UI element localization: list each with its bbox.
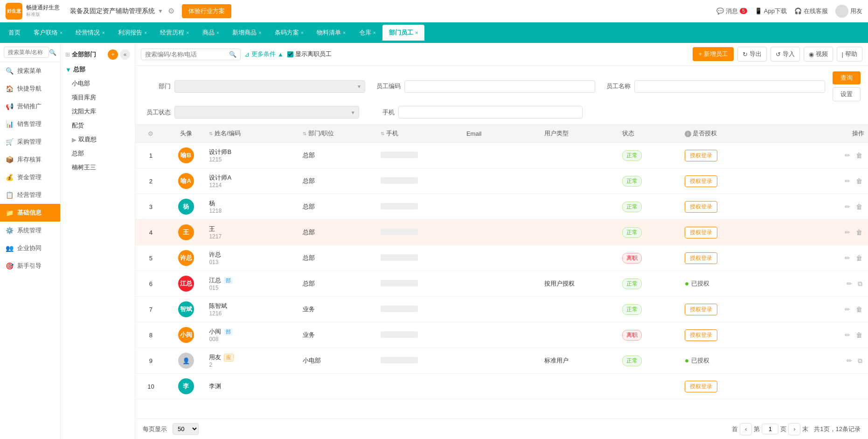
query-button[interactable]: 查询 xyxy=(833,71,861,84)
tab-bom[interactable]: 物料清单 × xyxy=(310,25,352,41)
user-btn[interactable]: 用友 xyxy=(835,5,862,18)
emp-status-select[interactable] xyxy=(174,106,359,118)
tab-home[interactable]: 首页 xyxy=(2,25,27,41)
page-number-input[interactable] xyxy=(762,424,778,434)
copy-icon[interactable]: ⧉ xyxy=(856,356,864,365)
close-icon[interactable]: × xyxy=(102,30,104,35)
phone-input[interactable] xyxy=(398,106,583,118)
close-icon[interactable]: × xyxy=(301,30,304,35)
close-icon[interactable]: × xyxy=(60,30,62,35)
add-employee-button[interactable]: + 新增员工 xyxy=(693,47,733,61)
col-settings[interactable]: ⚙ xyxy=(135,125,167,143)
col-name-header[interactable]: ⇅ 姓名/编码 xyxy=(205,125,299,143)
close-icon[interactable]: × xyxy=(258,30,261,35)
close-icon[interactable]: × xyxy=(343,30,346,35)
next-page-button[interactable]: › xyxy=(788,423,800,435)
collapse-tree-button[interactable]: « xyxy=(120,49,130,60)
auth-button[interactable]: 授权登录 xyxy=(685,329,717,341)
sidebar-item-inventory[interactable]: 📦 库存核算 xyxy=(0,151,60,168)
tree-item-zongbu-parent[interactable]: ▼ 总部 xyxy=(61,63,135,77)
view-button[interactable]: ◉ 视频 xyxy=(804,47,833,62)
sidebar-item-operations[interactable]: 📋 经营管理 xyxy=(0,186,60,204)
sidebar-item-guide[interactable]: 🎯 新手引导 xyxy=(0,257,60,275)
close-icon[interactable]: × xyxy=(373,30,376,35)
sidebar-item-sales[interactable]: 📊 销售管理 xyxy=(0,115,60,133)
online-service-btn[interactable]: 🎧 在线客服 xyxy=(794,7,828,15)
edit-icon[interactable]: ✏ xyxy=(843,330,852,340)
edit-icon[interactable]: ✏ xyxy=(843,253,852,263)
edit-icon[interactable]: ✏ xyxy=(843,305,852,314)
tree-item-xiangmuku[interactable]: 项目库房 xyxy=(61,91,135,105)
sidebar-item-purchase[interactable]: 🛒 采购管理 xyxy=(0,133,60,151)
close-icon[interactable]: × xyxy=(216,30,219,35)
auth-button[interactable]: 授权登录 xyxy=(685,175,717,187)
delete-icon[interactable]: 🗑 xyxy=(854,202,864,211)
tab-goods[interactable]: 商品 × xyxy=(196,25,226,41)
tree-item-shuanglu[interactable]: ▶ 双鹿想 xyxy=(61,132,135,146)
help-button[interactable]: | 帮助 xyxy=(837,47,862,62)
sidebar-search-input[interactable] xyxy=(4,47,49,58)
delete-icon[interactable]: 🗑 xyxy=(854,228,864,237)
auth-button[interactable]: 授权登录 xyxy=(685,304,717,315)
delete-icon[interactable]: 🗑 xyxy=(854,330,864,340)
show-resigned-checkbox[interactable] xyxy=(287,51,293,57)
edit-icon[interactable]: ✏ xyxy=(843,228,852,237)
tree-item-shenyangdaku[interactable]: 沈阳大库 xyxy=(61,105,135,118)
delete-icon[interactable]: 🗑 xyxy=(854,305,864,314)
delete-icon[interactable]: 🗑 xyxy=(854,151,864,160)
sidebar-item-search[interactable]: 🔍 搜索菜单 xyxy=(0,62,60,80)
close-icon[interactable]: × xyxy=(186,30,189,35)
copy-icon[interactable]: ⧉ xyxy=(856,279,864,288)
tab-add-goods[interactable]: 新增商品 × xyxy=(226,25,268,41)
edit-icon[interactable]: ✏ xyxy=(845,279,854,288)
tab-profit[interactable]: 利润报告 × xyxy=(111,25,153,41)
search-input[interactable] xyxy=(145,51,229,58)
message-btn[interactable]: 💬 消息 5 xyxy=(716,7,747,15)
tree-item-peihuo[interactable]: 配货 xyxy=(61,118,135,132)
col-dept-header[interactable]: ⇅ 部门/职位 xyxy=(299,125,377,143)
emp-name-input[interactable] xyxy=(634,80,825,93)
delete-icon[interactable]: 🗑 xyxy=(854,253,864,263)
sidebar-item-nav[interactable]: 🏠 快捷导航 xyxy=(0,80,60,98)
tab-warehouse[interactable]: 仓库 × xyxy=(353,25,382,41)
col-phone-header[interactable]: ⇅ 手机 xyxy=(377,125,463,143)
auth-button[interactable]: 授权登录 xyxy=(685,201,717,213)
auth-button[interactable]: 授权登录 xyxy=(685,227,717,238)
delete-icon[interactable]: 🗑 xyxy=(854,176,864,186)
tab-operation[interactable]: 经营情况 × xyxy=(69,25,111,41)
tab-employees[interactable]: 部门员工 × xyxy=(382,25,424,41)
sidebar-item-basic-info[interactable]: 📁 基础信息 xyxy=(0,204,60,222)
auth-button[interactable]: 授权登录 xyxy=(685,381,717,392)
export-button[interactable]: ↻ 导出 xyxy=(737,47,767,62)
auth-info-icon[interactable]: i xyxy=(685,131,691,137)
auth-button[interactable]: 授权登录 xyxy=(685,150,717,161)
tree-item-nanshu[interactable]: 楠树王三 xyxy=(61,160,135,174)
tab-journey[interactable]: 经营历程 × xyxy=(153,25,195,41)
dept-select[interactable] xyxy=(174,80,365,93)
more-conditions-btn[interactable]: ⊿ 更多条件 ▲ xyxy=(244,50,284,58)
import-button[interactable]: ↺ 导入 xyxy=(771,47,800,62)
close-icon[interactable]: × xyxy=(144,30,147,35)
close-icon[interactable]: × xyxy=(415,30,418,35)
sidebar-item-collab[interactable]: 👥 企业协同 xyxy=(0,239,60,257)
sidebar-item-system[interactable]: ⚙️ 系统管理 xyxy=(0,222,60,239)
edit-icon[interactable]: ✏ xyxy=(843,176,852,186)
sidebar-item-finance[interactable]: 💰 资金管理 xyxy=(0,168,60,186)
auth-button[interactable]: 授权登录 xyxy=(685,252,717,264)
prev-page-button[interactable]: ‹ xyxy=(740,423,752,435)
settings-icon[interactable]: ⚙ xyxy=(168,7,174,15)
edit-icon[interactable]: ✏ xyxy=(843,151,852,160)
app-download-btn[interactable]: 📱 App下载 xyxy=(755,7,787,15)
reset-button[interactable]: 设置 xyxy=(833,87,861,101)
system-dropdown-icon[interactable]: ▼ xyxy=(158,8,163,14)
emp-code-input[interactable] xyxy=(404,80,595,93)
tab-barcode[interactable]: 条码方案 × xyxy=(268,25,310,41)
tree-item-zongbu-child[interactable]: 总部 xyxy=(61,146,135,160)
per-page-select[interactable]: 50 100 200 xyxy=(173,423,199,435)
edit-icon[interactable]: ✏ xyxy=(845,356,854,365)
experience-button[interactable]: 体验行业方案 xyxy=(182,4,231,18)
sidebar-item-marketing[interactable]: 📢 营销推广 xyxy=(0,98,60,115)
add-dept-button[interactable]: + xyxy=(108,49,118,60)
edit-icon[interactable]: ✏ xyxy=(843,202,852,211)
tab-customer[interactable]: 客户联络 × xyxy=(27,25,69,41)
